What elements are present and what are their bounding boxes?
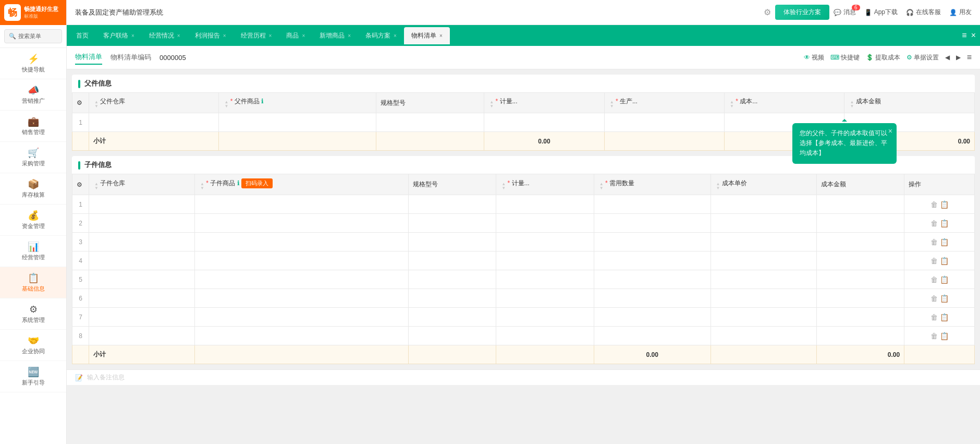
tab-bom-close[interactable]: × (439, 33, 443, 39)
child-amount-cell[interactable] (816, 289, 904, 308)
sidebar-item-quick-nav[interactable]: ⚡ 快捷导航 (0, 48, 66, 79)
child-unit-cell[interactable] (496, 289, 594, 308)
child-warehouse-cell[interactable] (89, 308, 195, 327)
copy-icon[interactable]: 📋 (940, 200, 949, 209)
child-unit-cell[interactable] (496, 270, 594, 289)
tooltip-close-button[interactable]: × (888, 125, 892, 137)
child-unit-price-cell[interactable] (710, 308, 816, 327)
child-warehouse-cell[interactable] (89, 270, 195, 289)
child-product-cell[interactable] (194, 214, 408, 233)
child-qty-cell[interactable] (594, 251, 710, 270)
child-amount-cell[interactable] (816, 270, 904, 289)
sidebar-item-marketing[interactable]: 📣 营销推广 (0, 79, 66, 111)
copy-icon[interactable]: 📋 (940, 313, 949, 321)
child-warehouse-cell[interactable] (89, 289, 195, 308)
child-warehouse-cell[interactable] (89, 327, 195, 345)
tab-history-close[interactable]: × (269, 33, 272, 39)
message-button[interactable]: 💬 消息 6 (834, 8, 856, 17)
delete-icon[interactable]: 🗑 (930, 275, 938, 284)
child-product-cell[interactable] (194, 251, 408, 270)
child-product-cell[interactable] (194, 308, 408, 327)
tab-profit[interactable]: 利润报告 × (188, 27, 234, 44)
child-warehouse-cell[interactable] (89, 233, 195, 251)
tab-new-products-close[interactable]: × (348, 33, 351, 39)
copy-icon[interactable]: 📋 (940, 275, 949, 284)
nav-next-icon[interactable]: ▶ (956, 54, 961, 61)
cost-action[interactable]: 💲 提取成本 (866, 53, 900, 62)
child-warehouse-cell[interactable] (89, 195, 195, 214)
child-qty-cell[interactable] (594, 308, 710, 327)
sub-tab-bom-code[interactable]: 物料清单编码 (111, 51, 151, 64)
experience-button[interactable]: 体验行业方案 (775, 5, 829, 20)
tab-customers-close[interactable]: × (131, 33, 134, 39)
sidebar-item-cooperation[interactable]: 🤝 企业协同 (0, 330, 66, 361)
parent-production-cell[interactable] (604, 113, 724, 132)
child-spec-cell[interactable] (408, 251, 496, 270)
tab-close-all-icon[interactable]: × (969, 29, 978, 42)
sidebar-item-inventory[interactable]: 📦 库存核算 (0, 173, 66, 205)
child-spec-cell[interactable] (408, 233, 496, 251)
child-spec-cell[interactable] (408, 327, 496, 345)
child-amount-cell[interactable] (816, 308, 904, 327)
child-unit-price-cell[interactable] (710, 233, 816, 251)
child-warehouse-cell[interactable] (89, 214, 195, 233)
child-amount-cell[interactable] (816, 327, 904, 345)
child-spec-cell[interactable] (408, 308, 496, 327)
child-product-cell[interactable] (194, 270, 408, 289)
delete-icon[interactable]: 🗑 (930, 200, 938, 209)
copy-icon[interactable]: 📋 (940, 238, 949, 246)
child-spec-cell[interactable] (408, 289, 496, 308)
child-qty-cell[interactable] (594, 214, 710, 233)
app-download-button[interactable]: 📱 App下载 (864, 8, 898, 17)
view-action[interactable]: 👁 视频 (804, 53, 824, 62)
child-spec-cell[interactable] (408, 214, 496, 233)
tab-barcode[interactable]: 条码方案 × (358, 27, 404, 44)
scan-button[interactable]: 扫码录入 (241, 178, 273, 188)
sidebar-item-sales[interactable]: 💼 销售管理 (0, 111, 66, 142)
child-unit-cell[interactable] (496, 251, 594, 270)
delete-icon[interactable]: 🗑 (930, 294, 938, 303)
copy-icon[interactable]: 📋 (940, 294, 949, 303)
child-qty-cell[interactable] (594, 270, 710, 289)
tab-operations[interactable]: 经营情况 × (142, 27, 188, 44)
sidebar-item-system[interactable]: ⚙ 系统管理 (0, 298, 66, 330)
nav-prev-icon[interactable]: ◀ (945, 54, 950, 61)
tab-products[interactable]: 商品 × (279, 27, 312, 44)
parent-unit-cell[interactable] (484, 113, 604, 132)
child-unit-price-cell[interactable] (710, 270, 816, 289)
user-menu[interactable]: 👤 用友 (949, 8, 972, 17)
child-product-cell[interactable] (194, 327, 408, 345)
tab-customers[interactable]: 客户联络 × (96, 27, 142, 44)
single-settings-action[interactable]: ⚙ 单据设置 (906, 53, 939, 62)
child-unit-price-cell[interactable] (710, 327, 816, 345)
child-unit-price-cell[interactable] (710, 289, 816, 308)
sidebar-item-finance[interactable]: 💰 资金管理 (0, 205, 66, 236)
child-amount-cell[interactable] (816, 251, 904, 270)
tab-bom[interactable]: 物料清单 × (404, 27, 450, 44)
child-product-cell[interactable] (194, 233, 408, 251)
child-spec-cell[interactable] (408, 195, 496, 214)
child-amount-cell[interactable] (816, 195, 904, 214)
child-unit-cell[interactable] (496, 233, 594, 251)
list-view-icon[interactable]: ≡ (967, 53, 972, 62)
copy-icon[interactable]: 📋 (940, 219, 949, 227)
child-qty-cell[interactable] (594, 233, 710, 251)
child-warehouse-cell[interactable] (89, 251, 195, 270)
parent-product-cell[interactable] (219, 113, 376, 132)
tab-barcode-close[interactable]: × (394, 33, 397, 39)
tabs-more-icon[interactable]: ≡ (960, 29, 969, 42)
child-unit-price-cell[interactable] (710, 251, 816, 270)
parent-warehouse-cell[interactable] (89, 113, 219, 132)
sidebar-item-purchase[interactable]: 🛒 采购管理 (0, 142, 66, 173)
child-qty-cell[interactable] (594, 289, 710, 308)
child-spec-cell[interactable] (408, 270, 496, 289)
tab-products-close[interactable]: × (302, 33, 305, 39)
parent-spec-cell[interactable] (376, 113, 484, 132)
child-qty-cell[interactable] (594, 195, 710, 214)
child-col-settings[interactable]: ⚙ (72, 174, 89, 195)
delete-icon[interactable]: 🗑 (930, 238, 938, 246)
child-unit-price-cell[interactable] (710, 195, 816, 214)
child-product-cell[interactable] (194, 289, 408, 308)
tab-home[interactable]: 首页 (69, 27, 96, 44)
info-icon[interactable]: ℹ (261, 98, 264, 105)
